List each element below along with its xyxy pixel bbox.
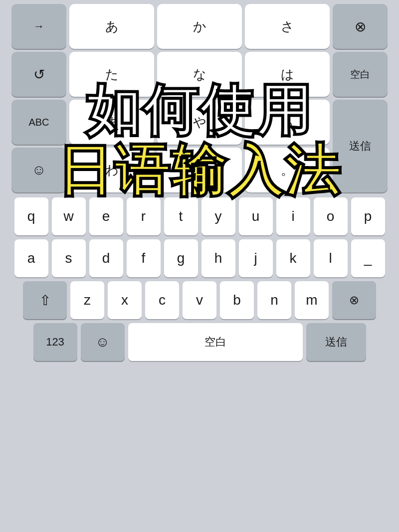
key-ka[interactable]: か: [157, 4, 242, 49]
key-q[interactable]: q: [14, 197, 48, 235]
key-x[interactable]: x: [108, 281, 142, 319]
jp-row-4: ☺ わ 、 。: [11, 148, 330, 192]
key-emoji-qwerty[interactable]: ☺: [81, 323, 125, 361]
key-period[interactable]: 。: [245, 148, 330, 192]
key-b[interactable]: b: [220, 281, 254, 319]
key-ya[interactable]: や: [157, 100, 242, 145]
qwerty-row-q: q w e r t y u i o p: [2, 197, 397, 235]
key-ha[interactable]: は: [245, 52, 330, 97]
key-h[interactable]: h: [201, 239, 235, 277]
keyboard-container: 如何使用 日语输入法 → あ か さ ⊗ ↺ た な は 空白 ABC ま: [0, 0, 399, 532]
jp-rows-34: ABC ま や ら ☺ わ 、 。 送信: [2, 100, 397, 192]
key-a-qwerty[interactable]: a: [14, 239, 48, 277]
qwerty-row-a: a s d f g h j k l _: [2, 239, 397, 277]
key-num[interactable]: 123: [33, 323, 77, 361]
key-undo[interactable]: ↺: [11, 52, 66, 97]
delete-key-jp[interactable]: ⊗: [333, 4, 388, 49]
key-comma[interactable]: 、: [157, 148, 242, 192]
key-emoji-jp[interactable]: ☺: [11, 148, 66, 192]
key-ra[interactable]: ら: [245, 100, 330, 145]
key-p[interactable]: p: [351, 197, 385, 235]
key-arrow[interactable]: →: [11, 4, 66, 49]
key-n[interactable]: n: [257, 281, 291, 319]
key-m[interactable]: m: [295, 281, 329, 319]
key-wa[interactable]: わ: [69, 148, 154, 192]
key-na[interactable]: な: [157, 52, 242, 97]
space-key[interactable]: 空白: [128, 323, 303, 361]
key-k[interactable]: k: [276, 239, 310, 277]
key-v[interactable]: v: [183, 281, 216, 319]
key-z[interactable]: z: [70, 281, 104, 319]
key-o[interactable]: o: [314, 197, 348, 235]
qwerty-bottom-row: 123 ☺ 空白 送信: [2, 323, 397, 361]
qwerty-row-z: ⇧ z x c v b n m ⊗: [2, 281, 397, 319]
key-i[interactable]: i: [276, 197, 310, 235]
key-u[interactable]: u: [239, 197, 273, 235]
jp-keyboard-section: → あ か さ ⊗ ↺ た な は 空白 ABC ま や ら: [2, 4, 397, 192]
key-r[interactable]: r: [127, 197, 161, 235]
key-abc[interactable]: ABC: [11, 100, 66, 145]
key-ta[interactable]: た: [69, 52, 154, 97]
key-e[interactable]: e: [89, 197, 123, 235]
key-l[interactable]: l: [314, 239, 348, 277]
key-send-jp[interactable]: 送信: [333, 100, 388, 192]
key-w[interactable]: w: [52, 197, 86, 235]
key-j[interactable]: j: [239, 239, 273, 277]
key-d[interactable]: d: [89, 239, 123, 277]
key-y[interactable]: y: [201, 197, 235, 235]
jp-left-cols: ABC ま や ら ☺ わ 、 。: [11, 100, 330, 192]
key-underscore[interactable]: _: [351, 239, 385, 277]
jp-row-2: ↺ た な は 空白: [2, 52, 397, 97]
key-ma[interactable]: ま: [69, 100, 154, 145]
key-f[interactable]: f: [127, 239, 161, 277]
jp-row-3: ABC ま や ら: [11, 100, 330, 145]
key-sa[interactable]: さ: [245, 4, 330, 49]
shift-key[interactable]: ⇧: [23, 281, 67, 319]
jp-row-1: → あ か さ ⊗: [2, 4, 397, 49]
key-s[interactable]: s: [52, 239, 86, 277]
key-space-jp[interactable]: 空白: [333, 52, 388, 97]
key-c[interactable]: c: [145, 281, 179, 319]
qwerty-section: q w e r t y u i o p a s d f g h j k l _ …: [2, 197, 397, 361]
key-t[interactable]: t: [164, 197, 198, 235]
send-key-qwerty[interactable]: 送信: [306, 323, 366, 361]
delete-key-qwerty[interactable]: ⊗: [332, 281, 376, 319]
key-a[interactable]: あ: [69, 4, 154, 49]
key-g[interactable]: g: [164, 239, 198, 277]
